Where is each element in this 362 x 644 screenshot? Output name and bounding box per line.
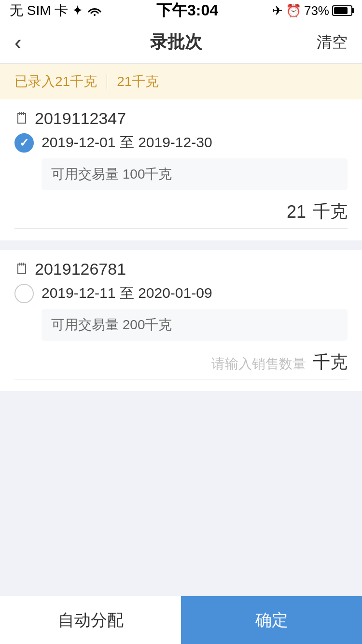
page-title: 录批次: [150, 30, 202, 54]
no-sim-label: 无 SIM 卡 ✦: [10, 1, 83, 20]
banner-divider: [107, 74, 107, 89]
batch-date-2: 2019-12-11 至 2020-01-09: [42, 283, 212, 303]
status-time: 下午3:04: [156, 0, 218, 21]
batch-qty-1: 可用交易量 100千克: [42, 158, 348, 190]
batch-input-row-1: 千克: [14, 195, 348, 229]
batch-date-row-2: 2019-12-11 至 2020-01-09: [14, 283, 348, 303]
info-banner: 已录入21千克 21千克: [0, 64, 362, 99]
recorded-weight-value: 21千克: [117, 72, 159, 91]
auto-distribute-button[interactable]: 自动分配: [0, 596, 181, 644]
batch-item-2: 🗒 2019126781 2019-12-11 至 2020-01-09 可用交…: [0, 250, 362, 391]
batch-id-2: 2019126781: [35, 260, 126, 279]
batch-date-row-1: 2019-12-01 至 2019-12-30: [14, 133, 348, 153]
batch-qty-text-2: 可用交易量 200千克: [51, 317, 172, 332]
batch-header-1: 🗒 2019112347: [14, 109, 348, 128]
batch-quantity-input-1[interactable]: [209, 202, 306, 222]
confirm-button[interactable]: 确定: [181, 596, 362, 644]
recorded-weight-label: 已录入21千克: [14, 72, 97, 91]
clock-icon: ⏰: [286, 3, 301, 18]
nav-bar: ‹ 录批次 清空: [0, 21, 362, 64]
location-icon: ✈: [272, 3, 283, 18]
wifi-icon: [87, 5, 102, 16]
battery-percent: 73%: [304, 3, 329, 18]
batch-qty-2: 可用交易量 200千克: [42, 309, 348, 341]
radio-button-1[interactable]: [14, 133, 34, 153]
back-button[interactable]: ‹: [14, 30, 43, 55]
batch-unit-2: 千克: [313, 350, 348, 374]
batch-date-1: 2019-12-01 至 2019-12-30: [42, 133, 212, 153]
batch-qty-text-1: 可用交易量 100千克: [51, 167, 172, 182]
batch-unit-1: 千克: [313, 200, 348, 224]
content-area: 🗒 2019112347 2019-12-01 至 2019-12-30 可用交…: [0, 99, 362, 632]
batch-header-2: 🗒 2019126781: [14, 260, 348, 279]
batch-id-icon-1: 🗒: [14, 110, 30, 127]
separator-1: [0, 240, 362, 250]
bottom-spacer: [0, 391, 362, 584]
batch-quantity-input-2[interactable]: [209, 352, 306, 373]
svg-point-0: [94, 14, 96, 16]
battery-icon: [332, 5, 352, 16]
batch-id-icon-2: 🗒: [14, 260, 30, 278]
batch-id-1: 2019112347: [35, 109, 126, 128]
clear-button[interactable]: 清空: [309, 32, 348, 53]
bottom-bar: 自动分配 确定: [0, 596, 362, 644]
status-bar: 无 SIM 卡 ✦ 下午3:04 ✈ ⏰ 73%: [0, 0, 362, 21]
status-right: ✈ ⏰ 73%: [272, 3, 352, 18]
batch-input-row-2: 千克: [14, 346, 348, 379]
status-left: 无 SIM 卡 ✦: [10, 1, 102, 20]
radio-button-2[interactable]: [14, 284, 34, 303]
batch-item-1: 🗒 2019112347 2019-12-01 至 2019-12-30 可用交…: [0, 99, 362, 240]
